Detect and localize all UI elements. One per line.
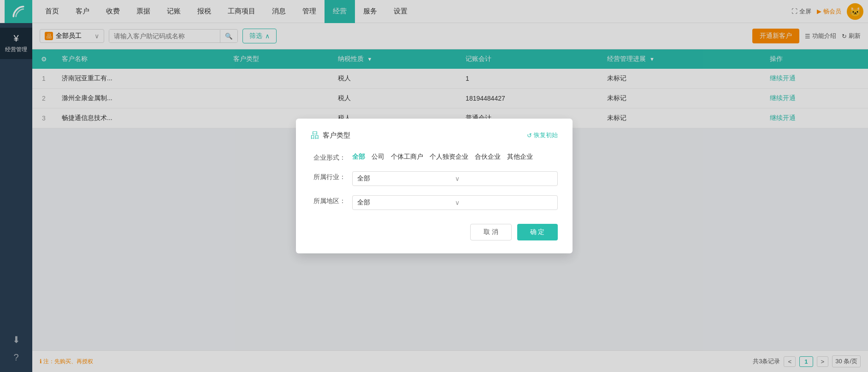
enterprise-form-content: 全部 公司 个体工商户 个人独资企业 合伙企业 其他企业 (352, 152, 558, 161)
dialog-header: 品 客户类型 ↺ 恢复初始 (311, 130, 558, 141)
region-chevron-icon: ∨ (455, 199, 553, 206)
restore-icon: ↺ (527, 132, 532, 139)
enterprise-options: 全部 公司 个体工商户 个人独资企业 合伙企业 其他企业 (352, 152, 558, 161)
region-content: 全部 ∨ (352, 195, 558, 210)
dialog-title: 品 客户类型 (311, 130, 350, 141)
enterprise-form-label: 企业形式： (311, 152, 352, 162)
option-company[interactable]: 公司 (372, 153, 384, 161)
region-value: 全部 (357, 198, 455, 207)
enterprise-form-row: 企业形式： 全部 公司 个体工商户 个人独资企业 合伙企业 其他企业 (311, 152, 558, 162)
region-select[interactable]: 全部 ∨ (352, 195, 558, 210)
dialog-overlay: 品 客户类型 ↺ 恢复初始 企业形式： 全部 公司 个体工商户 个人独资企业 合… (0, 0, 868, 372)
option-partnership[interactable]: 合伙企业 (475, 153, 501, 161)
industry-form-row: 所属行业： 全部 ∨ (311, 171, 558, 186)
cancel-button[interactable]: 取 消 (470, 224, 512, 240)
industry-content: 全部 ∨ (352, 171, 558, 186)
industry-select[interactable]: 全部 ∨ (352, 171, 558, 186)
industry-label: 所属行业： (311, 171, 352, 181)
restore-button[interactable]: ↺ 恢复初始 (527, 131, 558, 139)
option-individual[interactable]: 个体工商户 (391, 153, 423, 161)
region-label: 所属地区： (311, 195, 352, 205)
dialog-footer: 取 消 确 定 (311, 224, 558, 240)
dialog-title-icon: 品 (311, 130, 319, 141)
dialog-title-text: 客户类型 (323, 131, 350, 140)
industry-chevron-icon: ∨ (455, 175, 553, 182)
region-form-row: 所属地区： 全部 ∨ (311, 195, 558, 210)
confirm-button[interactable]: 确 定 (517, 224, 558, 240)
option-all[interactable]: 全部 (352, 153, 365, 161)
option-other[interactable]: 其他企业 (507, 153, 533, 161)
customer-type-dialog: 品 客户类型 ↺ 恢复初始 企业形式： 全部 公司 个体工商户 个人独资企业 合… (296, 119, 573, 253)
option-sole[interactable]: 个人独资企业 (430, 153, 468, 161)
industry-value: 全部 (357, 174, 455, 183)
